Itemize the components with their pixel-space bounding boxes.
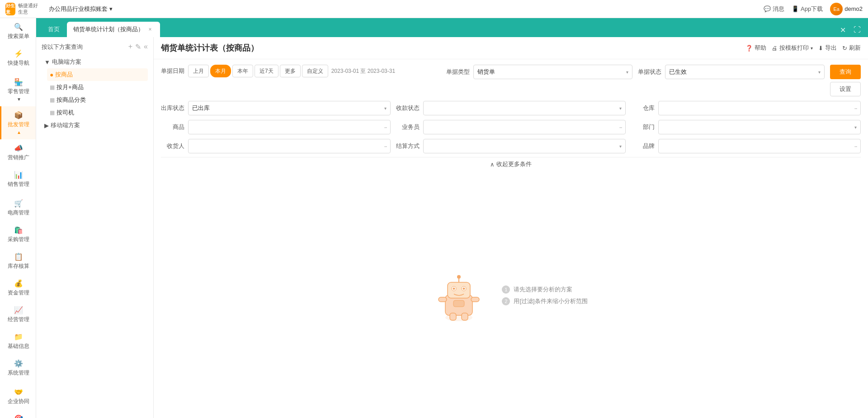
page-actions: ❓ 帮助 🖨 按模板打印 ▾ ⬇ 导出 [745, 44, 861, 52]
sidebar-item-sales[interactable]: 📊 销售管理 [0, 166, 36, 193]
retail-icon: 🏪 [14, 78, 23, 86]
sidebar-item-marketing[interactable]: 📣 营销推广 [0, 139, 36, 166]
product-input[interactable]: ··· [188, 120, 391, 134]
tree-item-by-category[interactable]: ▦ 按商品分类 [47, 94, 148, 106]
empty-step-1: 1 请先选择要分析的方案 [502, 285, 587, 294]
page-header-area: 销货单统计计表（按商品） ❓ 帮助 🖨 按模板打印 ▾ [154, 37, 868, 59]
collapse-up-icon: ∧ [490, 161, 495, 168]
panel-header-actions: + ✎ « [128, 43, 148, 51]
product-more-icon: ··· [384, 124, 387, 131]
empty-state-area: 1 请先选择要分析的方案 2 用[过滤]条件来缩小分析范围 [154, 176, 868, 418]
tree-group-label-pc: 电脑端方案 [52, 58, 81, 66]
filter-doc-status-group: 单据状态 已生效 ▾ [638, 65, 825, 79]
payment-status-select[interactable]: ▾ [423, 101, 626, 115]
date-buttons: 上月 本月 本年 近7天 更多 自定义 2023-03-01 至 2023-03… [188, 65, 395, 77]
print-dropdown-icon: ▾ [811, 46, 813, 51]
tab-expand-button[interactable]: ⛶ [852, 24, 863, 35]
date-custom-btn[interactable]: 自定义 [302, 65, 328, 77]
export-button[interactable]: ⬇ 导出 [818, 44, 837, 52]
filter-row-3: 商品 ··· 业务员 ··· [161, 120, 861, 134]
brand-label: 品牌 [631, 142, 655, 150]
quick-nav-icon: ⚡ [14, 49, 23, 58]
salesman-input[interactable]: ··· [423, 120, 626, 134]
empty-state: 1 请先选择要分析的方案 2 用[过滤]条件来缩小分析范围 [434, 245, 587, 349]
sidebar-item-system[interactable]: ⚙️ 系统管理 [0, 355, 36, 381]
collapse-button[interactable]: ∧ 收起更多条件 [161, 157, 861, 171]
query-button[interactable]: 查询 [830, 65, 861, 79]
tree-group-pc[interactable]: ▼ 电脑端方案 [42, 56, 148, 68]
app-download-icon: 📱 [792, 5, 799, 12]
user-profile[interactable]: Ea demo2 [830, 3, 863, 15]
filter-dept-group: 部门 ▾ [631, 120, 861, 134]
sidebar-item-guide[interactable]: 🎯 新手引导 [0, 410, 36, 418]
tree-item-by-driver[interactable]: ▦ 按司机 [47, 106, 148, 119]
app-download-button[interactable]: 📱 App下载 [792, 5, 823, 13]
empty-steps: 1 请先选择要分析的方案 2 用[过滤]条件来缩小分析范围 [502, 285, 587, 309]
workspace-selector[interactable]: 办公用品行业模拟账套 ▾ [45, 3, 116, 15]
sidebar-item-ecommerce[interactable]: 🛒 电商管理 [0, 195, 36, 221]
panel-add-button[interactable]: + [128, 43, 132, 51]
date-last-month-btn[interactable]: 上月 [188, 65, 209, 77]
date-this-year-btn[interactable]: 本年 [232, 65, 253, 77]
filter-warehouse-status-group: 出库状态 已出库 ▾ [161, 101, 391, 115]
workspace-label: 办公用品行业模拟账套 [49, 5, 108, 13]
panel-collapse-button[interactable]: « [144, 43, 148, 51]
filter-receiver-group: 收货人 ··· [161, 139, 391, 153]
sidebar-item-management[interactable]: 📈 经营管理 [0, 301, 36, 328]
panel-edit-button[interactable]: ✎ [135, 43, 141, 51]
sidebar-item-purchase[interactable]: 🛍️ 采购管理 [0, 221, 36, 248]
tab-current[interactable]: 销货单统计计划（按商品） × [67, 22, 160, 37]
tree-item-by-product[interactable]: ● 按商品 [47, 68, 148, 81]
print-button[interactable]: 🖨 按模板打印 ▾ [772, 44, 813, 52]
tree-item-by-month-product[interactable]: ▦ 按月+商品 [47, 81, 148, 94]
panel-title: 按以下方案查询 [42, 43, 83, 51]
date-this-month-btn[interactable]: 本月 [210, 65, 231, 77]
settle-dropdown-icon: ▾ [619, 144, 622, 149]
receiver-input[interactable]: ··· [188, 139, 391, 153]
message-icon: 💬 [764, 5, 771, 12]
sidebar-item-quick-nav[interactable]: ⚡ 快捷导航 [0, 45, 36, 71]
tab-close-all-button[interactable]: ✕ [837, 24, 848, 35]
sidebar-item-wholesale[interactable]: 📦 批发管理 ▲ [0, 106, 36, 139]
doc-type-dropdown-icon: ▾ [626, 70, 628, 75]
refresh-icon: ↻ [842, 45, 847, 52]
settle-select[interactable]: ▾ [423, 139, 626, 153]
refresh-button[interactable]: ↻ 刷新 [842, 44, 861, 52]
sidebar-item-inventory[interactable]: 📋 库存核算 [0, 248, 36, 275]
logo-text: 畅捷通好生意 [18, 3, 42, 14]
settings-button[interactable]: 设置 [830, 82, 861, 96]
date-more-btn[interactable]: 更多 [280, 65, 301, 77]
tree-group-label-mobile: 移动端方案 [51, 121, 80, 129]
message-button[interactable]: 💬 消息 [764, 5, 784, 13]
tab-close-button[interactable]: × [146, 26, 154, 33]
left-panel: 按以下方案查询 + ✎ « ▼ 电脑端方案 ● 按商品 [36, 37, 154, 418]
product-label: 商品 [161, 123, 184, 131]
tree-expand-icon: ▼ [44, 59, 50, 66]
date-last7-btn[interactable]: 近7天 [255, 65, 278, 77]
wholesale-arrow: ▲ [17, 130, 21, 135]
tab-home[interactable]: 首页 [42, 22, 66, 37]
top-bar: 好生意 畅捷通好生意 办公用品行业模拟账套 ▾ 💬 消息 📱 App下载 Ea … [0, 0, 868, 18]
sales-icon: 📊 [14, 171, 23, 179]
doc-status-select[interactable]: 已生效 ▾ [665, 65, 825, 79]
sidebar-item-finance[interactable]: 💰 资金管理 [0, 275, 36, 301]
warehouse-status-select[interactable]: 已出库 ▾ [188, 101, 391, 115]
salesman-more-icon: ··· [619, 124, 622, 131]
right-content: 销货单统计计表（按商品） ❓ 帮助 🖨 按模板打印 ▾ [154, 37, 868, 418]
payment-status-dropdown-icon: ▾ [619, 106, 622, 111]
sidebar-item-basic-info[interactable]: 📁 基础信息 [0, 328, 36, 355]
sidebar-item-search[interactable]: 🔍 搜索菜单 [0, 18, 36, 45]
dept-select[interactable]: ▾ [658, 120, 861, 134]
brand-input[interactable]: ··· [658, 139, 861, 153]
tree-group-pc-items: ● 按商品 ▦ 按月+商品 ▦ 按商品分类 ▦ 按司机 [42, 68, 148, 119]
warehouse-input[interactable]: ··· [658, 101, 861, 115]
filter-row-4: 收货人 ··· 结算方式 ▾ [161, 139, 861, 153]
svg-rect-12 [450, 313, 456, 320]
filter-salesman-group: 业务员 ··· [396, 120, 626, 134]
doc-type-select[interactable]: 销货单 ▾ [473, 65, 633, 79]
tree-group-mobile[interactable]: ▶ 移动端方案 [42, 119, 148, 132]
sidebar-item-retail[interactable]: 🏪 零售管理 ▼ [0, 73, 36, 106]
warehouse-more-icon: ··· [854, 104, 857, 112]
help-button[interactable]: ❓ 帮助 [745, 44, 766, 52]
sidebar-item-enterprise[interactable]: 🤝 企业协同 [0, 383, 36, 410]
